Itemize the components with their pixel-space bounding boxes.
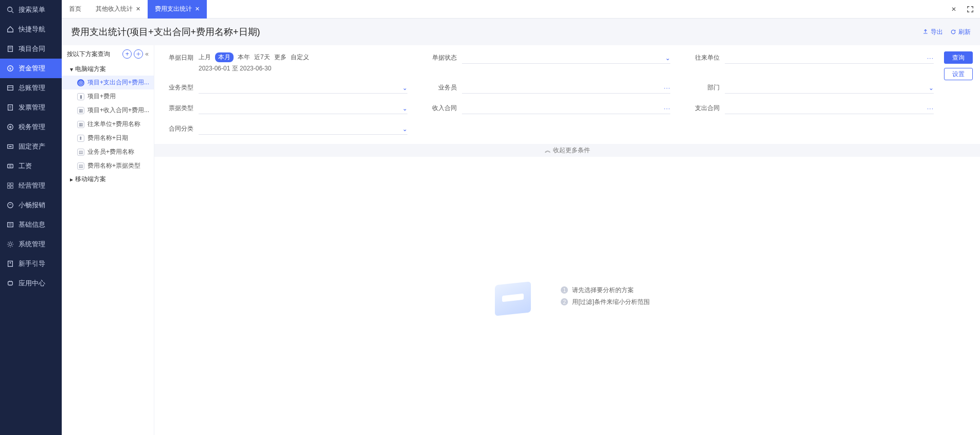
- more-icon: ···: [927, 105, 934, 112]
- sidebar-item-operate[interactable]: 经营管理: [0, 176, 62, 195]
- sidebar-item-ledger[interactable]: 总账管理: [0, 78, 62, 98]
- export-button[interactable]: 导出: [922, 28, 943, 37]
- scheme-item[interactable]: ▦项目+收入合同+费用...: [62, 103, 154, 117]
- filter-dept: 部门 ⌄: [691, 82, 934, 94]
- filter-label: 往来单位: [691, 52, 720, 62]
- chart-icon: ⬍: [77, 135, 84, 142]
- more-icon: ···: [664, 105, 670, 112]
- scheme-settings-button[interactable]: [134, 49, 143, 59]
- sidebar-item-search[interactable]: 搜索菜单: [0, 0, 62, 20]
- biztype-select[interactable]: ⌄: [199, 82, 407, 94]
- svg-point-27: [10, 262, 11, 264]
- date-opt-thismonth[interactable]: 本月: [215, 52, 234, 62]
- date-opt-lastmonth[interactable]: 上月: [199, 53, 211, 62]
- sidebar-item-reimburse[interactable]: 小畅报销: [0, 195, 62, 215]
- empty-illustration: [485, 268, 546, 324]
- scheme-item[interactable]: ◎项目+支出合同+费用...: [62, 76, 154, 89]
- tab-label: 首页: [69, 5, 81, 13]
- tab-expense-stat[interactable]: 费用支出统计✕: [148, 0, 207, 19]
- sidebar-item-label: 资金管理: [19, 64, 45, 73]
- main-sidebar: 搜索菜单 快捷导航 项目合同 ¥资金管理 总账管理 发票管理 税务管理 固定资产…: [0, 0, 62, 435]
- home-icon: [6, 25, 14, 33]
- sidebar-item-guide[interactable]: 新手引导: [0, 254, 62, 274]
- expense-contract-picker[interactable]: ···: [725, 103, 934, 114]
- filter-label: 合同分类: [165, 123, 193, 133]
- date-opt-thisyear[interactable]: 本年: [238, 53, 250, 62]
- svg-point-21: [8, 203, 13, 208]
- refresh-button[interactable]: 刷新: [950, 28, 971, 37]
- fullscreen-icon[interactable]: [965, 4, 976, 15]
- sidebar-item-salary[interactable]: 工资: [0, 156, 62, 176]
- page-title: 费用支出统计(项目+支出合同+费用名称+日期): [71, 26, 260, 38]
- salary-icon: [6, 162, 14, 170]
- filter-label: 收入合同: [428, 103, 457, 113]
- refresh-icon: [950, 29, 956, 35]
- empty-state: 1请先选择要分析的方案 2用[过滤]条件来缩小分析范围: [154, 157, 980, 435]
- close-icon[interactable]: ✕: [195, 6, 200, 12]
- scheme-item[interactable]: ▦往来单位+费用名称: [62, 117, 154, 131]
- sidebar-item-tax[interactable]: 税务管理: [0, 117, 62, 137]
- sidebar-item-invoice[interactable]: 发票管理: [0, 98, 62, 117]
- tab-home[interactable]: 首页: [62, 0, 88, 19]
- svg-rect-26: [8, 261, 13, 267]
- sidebar-item-baseinfo[interactable]: 基础信息: [0, 215, 62, 234]
- collapse-panel-icon[interactable]: «: [145, 50, 149, 58]
- filter-label: 部门: [691, 82, 720, 92]
- date-range-text: 2023-06-01 至 2023-06-30: [199, 64, 407, 73]
- settings-button[interactable]: 设置: [944, 68, 973, 80]
- chevron-down-icon: ⌄: [402, 105, 407, 112]
- scheme-item[interactable]: ⬍费用名称+日期: [62, 131, 154, 145]
- close-all-icon[interactable]: ✕: [948, 4, 959, 15]
- scheme-header-label: 按以下方案查询: [67, 50, 110, 59]
- svg-rect-15: [8, 165, 13, 168]
- sidebar-item-fund[interactable]: ¥资金管理: [0, 59, 62, 78]
- collapse-conditions-bar[interactable]: ︽ 收起更多条件: [154, 144, 980, 157]
- add-scheme-button[interactable]: +: [122, 49, 132, 59]
- scheme-item[interactable]: ▮项目+费用: [62, 89, 154, 103]
- svg-rect-17: [8, 183, 10, 185]
- sales-picker[interactable]: ···: [462, 82, 671, 94]
- date-opt-custom[interactable]: 自定义: [291, 53, 309, 62]
- close-icon[interactable]: ✕: [136, 6, 140, 12]
- more-icon: ···: [664, 84, 670, 92]
- dept-select[interactable]: ⌄: [725, 82, 934, 94]
- income-contract-picker[interactable]: ···: [462, 103, 671, 114]
- sidebar-item-app[interactable]: 应用中心: [0, 274, 62, 293]
- chevron-down-icon: ⌄: [665, 55, 670, 62]
- sidebar-item-asset[interactable]: 固定资产: [0, 137, 62, 156]
- chevron-up-icon: ︽: [545, 146, 551, 155]
- sidebar-item-label: 快捷导航: [19, 25, 45, 34]
- scheme-group-pc[interactable]: ▾电脑端方案: [62, 63, 154, 76]
- svg-rect-28: [8, 282, 13, 285]
- partner-picker[interactable]: ···: [725, 52, 934, 64]
- contract-cat-select[interactable]: ⌄: [199, 123, 407, 135]
- empty-step-text: 用[过滤]条件来缩小分析范围: [572, 298, 650, 306]
- filter-biztype: 业务类型 ⌄: [165, 82, 407, 94]
- sidebar-item-quicknav[interactable]: 快捷导航: [0, 20, 62, 39]
- billtype-select[interactable]: ⌄: [199, 103, 407, 114]
- grid-icon: ▦: [77, 107, 84, 114]
- filter-income-contract: 收入合同 ···: [428, 103, 671, 114]
- sidebar-item-contract[interactable]: 项目合同: [0, 39, 62, 59]
- sidebar-item-label: 固定资产: [19, 142, 45, 151]
- scheme-item-label: 往来单位+费用名称: [87, 120, 140, 129]
- filter-status: 单据状态 ⌄: [428, 52, 671, 73]
- scheme-item[interactable]: ▤费用名称+票据类型: [62, 159, 154, 173]
- sidebar-item-label: 应用中心: [19, 279, 45, 288]
- scheme-group-mobile[interactable]: ▸移动端方案: [62, 173, 154, 186]
- tab-other-income[interactable]: 其他收入统计✕: [88, 0, 148, 19]
- system-icon: [6, 240, 14, 248]
- chevron-down-icon: ⌄: [929, 84, 934, 92]
- filter-label: 单据状态: [428, 52, 457, 62]
- svg-rect-19: [8, 186, 10, 188]
- date-opt-last7[interactable]: 近7天: [254, 53, 270, 62]
- status-select[interactable]: ⌄: [462, 52, 671, 64]
- chevron-down-icon: ▾: [70, 66, 73, 73]
- scheme-item[interactable]: ▤业务员+费用名称: [62, 145, 154, 159]
- date-opt-more[interactable]: 更多: [274, 53, 287, 62]
- query-button[interactable]: 查询: [944, 51, 973, 64]
- sidebar-item-system[interactable]: 系统管理: [0, 234, 62, 254]
- sidebar-item-label: 发票管理: [19, 103, 45, 112]
- filter-partner: 往来单位 ···: [691, 52, 934, 73]
- page-header: 费用支出统计(项目+支出合同+费用名称+日期) 导出 刷新: [62, 19, 980, 45]
